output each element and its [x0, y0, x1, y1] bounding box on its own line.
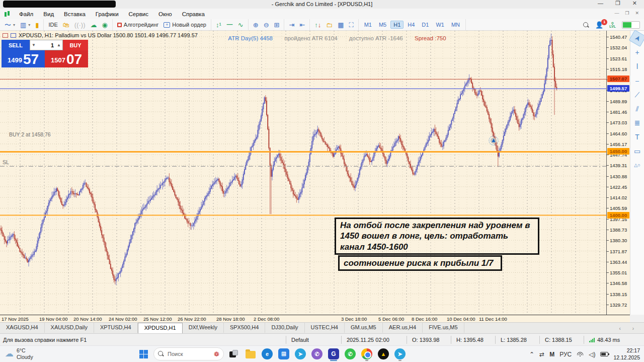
- menu-item-вид[interactable]: Вид: [38, 10, 59, 19]
- telegram-button[interactable]: ➤: [294, 347, 307, 360]
- shapes-tool-icon[interactable]: △○: [631, 159, 643, 172]
- store-button[interactable]: ⊞: [277, 347, 290, 360]
- candlestick-chart[interactable]: [0, 31, 606, 315]
- timeframe-mn[interactable]: MN: [448, 21, 463, 29]
- volume-stepper[interactable]: ▼ 1 ▲: [30, 40, 63, 50]
- clock-widget[interactable]: 22:1712.12.2025: [613, 347, 640, 361]
- ask-price-box[interactable]: 150707: [45, 50, 88, 67]
- algo-trading-button[interactable]: Алготрейдинг: [115, 21, 160, 29]
- restore-button[interactable]: ❐: [615, 0, 620, 7]
- crosshair-tool-icon[interactable]: +: [631, 46, 643, 59]
- cursor-tool-icon[interactable]: ➤: [628, 30, 644, 47]
- timeframe-h4[interactable]: H4: [405, 21, 418, 29]
- chrome-button[interactable]: [360, 347, 373, 360]
- bars-style-button[interactable]: 𝍠: [224, 21, 235, 29]
- buy-button[interactable]: BUY: [63, 40, 88, 50]
- rectangle-tool-icon[interactable]: ▭: [631, 144, 643, 158]
- chart-tab-ustec[interactable]: USTEC,H4: [305, 323, 345, 333]
- fibo-tool-icon[interactable]: ≣: [631, 116, 643, 129]
- deposit-button[interactable]: ▮: [33, 21, 41, 29]
- volume-input[interactable]: 1: [37, 42, 55, 48]
- text-tool-icon[interactable]: T: [631, 130, 643, 143]
- tile-windows-button[interactable]: ⊞: [272, 21, 282, 29]
- child-minimize-button[interactable]: —: [614, 11, 619, 16]
- chart-window-button[interactable]: ▥▾: [18, 21, 32, 29]
- lvl-icon[interactable]: ⚲LVL: [609, 22, 616, 28]
- chart-tab-dxf[interactable]: DXf,Weekly: [183, 323, 224, 333]
- channel-tool-icon[interactable]: ⫽: [631, 102, 643, 115]
- wifi-icon[interactable]: [577, 352, 584, 357]
- tray-sync-icon[interactable]: ⇄: [539, 351, 544, 358]
- chart-tab-xauusd[interactable]: XAUUSD,Daily: [45, 323, 94, 333]
- ide-button[interactable]: IDE: [46, 21, 59, 29]
- chart-tab-gm.us[interactable]: GM.us,M5: [345, 323, 383, 333]
- tab-scroll-arrows[interactable]: ‹ ›: [619, 326, 639, 331]
- language-indicator[interactable]: РУС: [559, 351, 572, 358]
- chart-tab-xptusd[interactable]: XPTUSD,H4: [94, 323, 138, 333]
- crosshair-tool-button[interactable]: ↕¹: [214, 21, 223, 29]
- chart-profile-button[interactable]: 〜▾: [3, 21, 17, 29]
- chart-canvas[interactable]: XPDUSD, H1: Palladium vs US Dollar 1500.…: [0, 31, 606, 315]
- trendline-tool-icon[interactable]: ⟋: [631, 88, 643, 101]
- close-button[interactable]: ✕: [632, 0, 637, 7]
- sell-button[interactable]: SELL: [2, 40, 30, 50]
- chart-tab-xpdusd[interactable]: XPDUSD,H1: [138, 323, 183, 333]
- timeframe-m1[interactable]: M1: [361, 21, 375, 29]
- volume-increase-icon[interactable]: ▲: [55, 43, 62, 47]
- start-button[interactable]: [137, 347, 150, 360]
- timeframe-w1[interactable]: W1: [433, 21, 447, 29]
- arrows-updown-icon[interactable]: ↑↓: [312, 21, 323, 29]
- market-button[interactable]: 🛍: [61, 21, 71, 29]
- volume-decrease-icon[interactable]: ▼: [30, 43, 37, 47]
- history-folder-button[interactable]: 🗀: [324, 21, 335, 29]
- connection-status[interactable]: 48.43 ms: [584, 336, 644, 344]
- trade-idea-annotation[interactable]: На отбой после закрепления над уровнем в…: [335, 218, 539, 255]
- child-close-button[interactable]: ✕: [635, 11, 639, 16]
- metatrader-tray-icon[interactable]: M: [549, 351, 554, 358]
- menu-item-сервис[interactable]: Сервис: [124, 10, 153, 19]
- horizontal-line-tool-icon[interactable]: ⎯: [631, 74, 643, 87]
- child-restore-button[interactable]: ❐: [625, 11, 629, 16]
- viber-button[interactable]: ✆: [310, 347, 324, 360]
- signals-button[interactable]: ((·)): [72, 21, 88, 29]
- search-icon[interactable]: [583, 22, 589, 28]
- timeframe-m5[interactable]: M5: [376, 21, 389, 29]
- telegram2-button[interactable]: ➤: [393, 347, 407, 360]
- volume-icon[interactable]: ◁): [589, 351, 595, 358]
- vertical-line-tool-icon[interactable]: ǀ: [631, 60, 643, 73]
- timeframe-h1[interactable]: H1: [390, 21, 404, 29]
- menu-item-вставка[interactable]: Вставка: [59, 10, 91, 19]
- edge-button[interactable]: e: [261, 347, 274, 360]
- zoom-in-button[interactable]: ⊕: [251, 21, 261, 29]
- bid-price-box[interactable]: 149957: [2, 50, 45, 67]
- menu-item-графики[interactable]: Графики: [91, 10, 124, 19]
- screenshot-button[interactable]: ⛶: [347, 21, 356, 29]
- alfa-app-button[interactable]: ▲: [377, 347, 390, 360]
- menu-item-окно[interactable]: Окно: [153, 10, 177, 19]
- new-order-button[interactable]: +Новый ордер: [162, 21, 208, 29]
- shift-end-button[interactable]: ⇥: [287, 21, 296, 29]
- zoom-out-button[interactable]: ⊖: [262, 21, 271, 29]
- chart-tab-aer.us[interactable]: AER.us,H4: [383, 323, 423, 333]
- task-view-button[interactable]: [227, 347, 240, 360]
- chart-tab-xagusd[interactable]: XAGUSD,H4: [0, 323, 45, 333]
- taskbar-search-input[interactable]: Поиск ❁: [153, 347, 224, 360]
- gerchik-app-button[interactable]: G: [327, 347, 340, 360]
- risk-reward-annotation[interactable]: соотношение риска к прибыли 1/7: [338, 255, 502, 271]
- menu-item-файл[interactable]: Файл: [14, 10, 38, 19]
- whatsapp-button[interactable]: ✆: [344, 347, 357, 360]
- battery-icon[interactable]: [600, 352, 608, 356]
- community-button[interactable]: ◉: [100, 21, 109, 29]
- price-axis[interactable]: 1540.471532.041523.611515.181506.751498.…: [606, 31, 630, 315]
- tray-expand-icon[interactable]: ⌃: [529, 351, 534, 358]
- cloud-button[interactable]: ☁: [88, 21, 99, 29]
- connection-toggle[interactable]: [622, 21, 640, 29]
- line-style-button[interactable]: ∿: [236, 21, 246, 29]
- chart-tab-spx500[interactable]: SPX500,H4: [224, 323, 265, 333]
- notifications-icon[interactable]: 👤1: [595, 21, 603, 29]
- timeframe-d1[interactable]: D1: [419, 21, 432, 29]
- weather-widget[interactable]: ☁ 6°CCloudy: [5, 347, 33, 360]
- chart-tab-dj30[interactable]: DJ30,Daily: [265, 323, 304, 333]
- file-explorer-button[interactable]: [244, 347, 257, 360]
- chart-tab-five.us[interactable]: FIVE.us,M5: [423, 323, 464, 333]
